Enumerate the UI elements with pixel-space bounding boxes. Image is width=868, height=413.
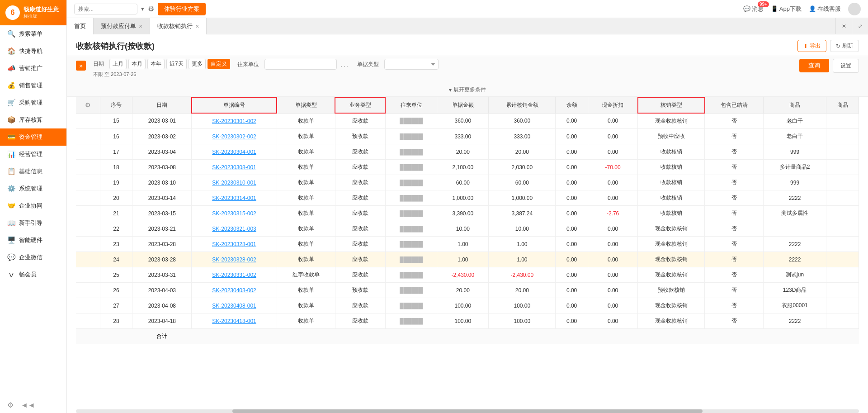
cell-biz-type: 应收款 [335,252,385,267]
cell-date: 2023-03-02 [132,129,192,144]
settings-bottom-icon[interactable]: ⚙ [7,401,14,409]
filter-partner-dots[interactable]: ... [340,60,350,69]
bill-no-link[interactable]: SK-20230314-001 [212,195,256,201]
bill-no-link[interactable]: SK-20230301-002 [212,118,256,124]
footer-settings [76,329,132,344]
filter-date-this-year[interactable]: 本年 [147,59,165,69]
tab-writeoff-close[interactable]: × [195,23,199,30]
bill-no-link[interactable]: SK-20230304-001 [212,149,256,155]
cell-discount: 0.00 [588,267,638,283]
cell-biz-type: 应收款 [335,206,385,221]
tab-prepay-close[interactable]: × [139,23,142,30]
cell-date: 2023-03-31 [132,267,192,283]
filter-settings-button[interactable]: 设置 [833,59,859,73]
sidebar-item-purchase[interactable]: 🛒 采购管理 [0,94,66,111]
topbar-online-service[interactable]: 👤 在线客服 [809,5,841,13]
bill-no-link[interactable]: SK-20230310-001 [212,180,256,186]
bill-no-link[interactable]: SK-20230408-001 [212,303,256,309]
sidebar-item-quicknav[interactable]: 🏠 快捷导航 [0,43,66,60]
table-container: ⚙ 序号 日期 单据编号 单据类型 业务类型 往来单位 单据金额 累计核销金额 … [67,97,868,409]
bill-no-link[interactable]: SK-20230331-002 [212,272,256,278]
message-badge: 99+ [758,1,769,7]
cell-biz-type: 应收款 [335,313,385,329]
user-avatar[interactable] [848,3,861,15]
sidebar-item-inventory[interactable]: 📦 库存核算 [0,111,66,128]
filter-expand-more-btn[interactable]: ▾ 展开更多条件 [449,86,486,94]
filter-date-custom[interactable]: 自定义 [208,59,230,69]
cell-biz-type: 应收款 [335,298,385,313]
cell-writeoff-type: 收款核销 [638,160,705,175]
th-settings[interactable]: ⚙ [76,97,100,113]
sidebar-item-sales[interactable]: 💰 销售管理 [0,77,66,94]
cell-goods2 [826,237,859,252]
cell-partner: ██████ [385,190,437,206]
bill-no-link[interactable]: SK-20230328-001 [212,241,256,247]
cell-include-settled: 否 [705,267,764,283]
cell-discount: 0.00 [588,113,638,129]
cell-writeoff-type: 预收款核销 [638,283,705,298]
filter-date-last-month[interactable]: 上月 [109,59,127,69]
footer-values [192,329,859,344]
sidebar-item-basics[interactable]: 📋 基础信息 [0,163,66,180]
column-settings-icon[interactable]: ⚙ [85,101,91,109]
cell-settings [76,206,100,221]
bill-no-link[interactable]: SK-20230308-001 [212,164,256,171]
solution-button[interactable]: 体验行业方案 [158,3,206,15]
sidebar-item-finance[interactable]: 💳 资金管理 [0,128,66,146]
sidebar-item-marketing[interactable]: 📣 营销推广 [0,60,66,77]
sidebar-item-wechat[interactable]: 💬 企业微信 [0,249,66,266]
bill-no-link[interactable]: SK-20230328-002 [212,256,256,263]
topbar-app-download[interactable]: 📱 App下载 [771,5,802,13]
cell-balance: 0.00 [556,298,588,313]
query-button[interactable]: 查询 [799,59,829,72]
sidebar-item-guide[interactable]: 📖 新手引导 [0,214,66,232]
table-body: 15 2023-03-01 SK-20230301-002 收款单 应收款 ██… [76,113,859,329]
topbar-dropdown-btn[interactable]: ▾ [141,5,144,12]
message-icon: 💬 [743,5,750,12]
sidebar-item-label-quicknav: 快捷导航 [19,47,42,55]
tab-expand-btn[interactable]: ⤢ [852,18,868,34]
sidebar-item-operation[interactable]: 📊 经营管理 [0,146,66,163]
tab-prepay[interactable]: 预付款应付单 × [94,18,150,34]
sidebar-item-hardware[interactable]: 🖥️ 智能硬件 [0,232,66,249]
cell-amount: 1.00 [437,252,489,267]
filter-date-row: 日期 上月 本月 本年 近7天 更多 自定义 [93,59,230,69]
collab-icon: 🤝 [7,202,15,210]
filter-expand-button[interactable]: » [76,61,86,71]
cell-writeoff-type: 现金收款核销 [638,252,705,267]
table-row: 20 2023-03-14 SK-20230314-001 收款单 应收款 ██… [76,190,859,206]
sidebar-item-collab[interactable]: 🤝 企业协同 [0,197,66,214]
bill-no-link[interactable]: SK-20230302-002 [212,133,256,140]
filter-partner-label: 往来单位 [237,61,259,68]
cell-balance: 0.00 [556,267,588,283]
bill-no-link[interactable]: SK-20230315-002 [212,210,256,217]
filter-partner-input[interactable] [264,59,337,70]
cell-bill-type: 收款单 [277,206,335,221]
filter-date-this-month[interactable]: 本月 [128,59,146,69]
bill-no-link[interactable]: SK-20230418-001 [212,318,256,324]
cell-bill-type: 收款单 [277,175,335,190]
collapse-icon[interactable]: ◄◄ [21,401,35,409]
cell-writeoff-amount: 10.00 [489,221,556,237]
sidebar-item-member[interactable]: V 畅会员 [0,266,66,283]
table-horizontal-scrollbar[interactable] [76,409,859,413]
sidebar: 6 畅康道好生意 标推版 🔍 搜索菜单🏠 快捷导航📣 营销推广💰 销售管理🛒 采… [0,0,67,413]
tab-home[interactable]: 首页 [67,18,94,34]
topbar-gear-icon[interactable]: ⚙ [148,5,154,13]
refresh-button[interactable]: ↻ 刷新 [830,40,859,52]
cell-date: 2023-03-14 [132,190,192,206]
sidebar-item-system[interactable]: ⚙️ 系统管理 [0,180,66,197]
table-scrollbar-thumb[interactable] [232,409,702,413]
tab-close-all-btn[interactable]: ✕ [835,18,852,34]
bill-no-link[interactable]: SK-20230321-003 [212,226,256,232]
tab-writeoff[interactable]: 收款核销执行 × [150,18,207,34]
bill-no-link[interactable]: SK-20230403-002 [212,287,256,294]
export-button[interactable]: ⬆ 导出 [797,40,826,52]
filter-date-more[interactable]: 更多 [189,59,206,69]
topbar-search-input[interactable] [74,4,137,14]
filter-date-7days[interactable]: 近7天 [166,59,187,69]
topbar-message[interactable]: 💬 消息 99+ [743,5,764,13]
sidebar-item-search[interactable]: 🔍 搜索菜单 [0,25,66,43]
filter-receipt-type-select[interactable] [384,59,439,70]
cell-no: 19 [100,175,132,190]
